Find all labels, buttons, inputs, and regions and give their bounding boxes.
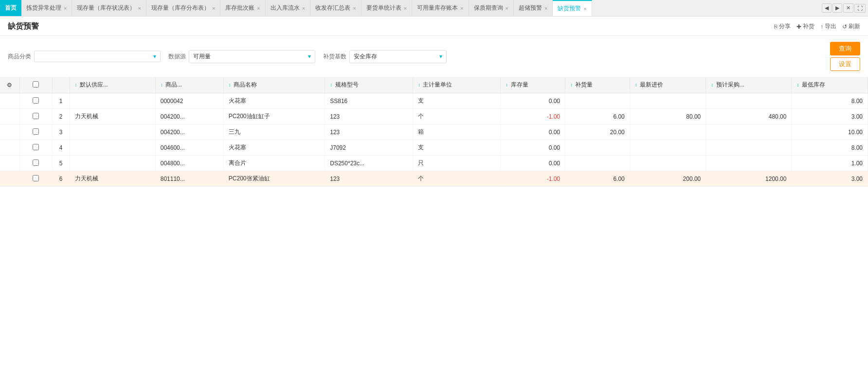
row-checkbox-cell[interactable] xyxy=(19,156,52,171)
row-num-cell: 5 xyxy=(52,156,70,171)
row-spec: SS816 xyxy=(325,93,413,109)
tab-next-button[interactable]: ▶ xyxy=(832,3,842,13)
share-button[interactable]: ⎘ 分享 xyxy=(774,22,791,31)
row-stock: 0.00 xyxy=(501,124,565,140)
refresh-button[interactable]: ↺ 刷新 xyxy=(842,22,860,31)
tab-close-inout-flow[interactable]: × xyxy=(302,5,305,11)
tab-shortage[interactable]: 缺货预警 × xyxy=(553,0,592,17)
unit-sort-icon: ↕ xyxy=(418,82,420,88)
tab-expiry[interactable]: 保质期查询 × xyxy=(469,0,514,17)
tab-close-stock-dist[interactable]: × xyxy=(212,5,215,11)
tab-close-stock-status[interactable]: × xyxy=(138,5,141,11)
col-stock[interactable]: ↕ 库存量 xyxy=(501,77,565,93)
row-gear-cell xyxy=(0,93,19,109)
page-header: 缺货预警 ⎘ 分享 ✚ 补货 ↑ 导出 ↺ 刷新 xyxy=(0,17,868,36)
row-estimated-purchase xyxy=(706,140,792,156)
category-select[interactable]: ▾ xyxy=(34,51,161,62)
tab-batch[interactable]: 库存批次账 × xyxy=(220,0,265,17)
select-all-checkbox[interactable] xyxy=(33,81,39,88)
tab-prev-button[interactable]: ◀ xyxy=(822,3,832,13)
row-unit: 支 xyxy=(413,140,501,156)
row-checkbox-cell[interactable] xyxy=(19,124,52,140)
row-checkbox[interactable] xyxy=(33,97,39,104)
category-label: 商品分类 xyxy=(8,53,31,61)
row-checkbox[interactable] xyxy=(33,144,39,150)
tab-close-batch[interactable]: × xyxy=(257,5,260,11)
row-gear-cell xyxy=(0,156,19,171)
tab-home[interactable]: 首页 xyxy=(0,0,21,17)
table-body: 1 0000042 火花塞 SS816 支 0.00 8.00 2 力天机械 0… xyxy=(0,93,868,187)
col-estimated-purchase[interactable]: ↕ 预计采购... xyxy=(706,77,792,93)
row-checkbox-cell[interactable] xyxy=(19,140,52,156)
row-product-code: 004800... xyxy=(155,156,223,171)
tab-close-abnormal[interactable]: × xyxy=(64,5,67,11)
col-spec[interactable]: ↕ 规格型号 xyxy=(325,77,413,93)
col-gear[interactable]: ⚙ xyxy=(0,77,19,93)
row-replenish-qty xyxy=(565,156,630,171)
tab-order-stats[interactable]: 要货单统计表 × xyxy=(362,0,412,17)
datasource-dropdown-icon: ▾ xyxy=(308,53,311,60)
row-replenish-qty: 20.00 xyxy=(565,124,630,140)
row-num-cell: 2 xyxy=(52,109,70,124)
row-stock: 0.00 xyxy=(501,156,565,171)
gear-icon[interactable]: ⚙ xyxy=(7,82,12,88)
col-product-name[interactable]: ↕ 商品名称 xyxy=(223,77,325,93)
row-product-name: PC200张紧油缸 xyxy=(223,171,325,187)
tab-stock-status[interactable]: 现存量（库存状况表） × xyxy=(72,0,146,17)
tab-close-overstock[interactable]: × xyxy=(544,5,547,11)
row-checkbox[interactable] xyxy=(33,113,39,119)
col-replenish-qty[interactable]: ↕ 补货量 xyxy=(565,77,630,93)
settings-button[interactable]: 设置 xyxy=(830,57,860,71)
row-checkbox-cell[interactable] xyxy=(19,171,52,187)
tab-close-order-stats[interactable]: × xyxy=(404,5,407,11)
row-latest-price: 80.00 xyxy=(630,109,705,124)
datasource-label: 数据源 xyxy=(168,53,186,61)
row-checkbox-cell[interactable] xyxy=(19,109,52,124)
col-supplier[interactable]: ↕ 默认供应... xyxy=(70,77,155,93)
tab-receive-summary[interactable]: 收发存汇总表 × xyxy=(310,0,361,17)
row-checkbox-cell[interactable] xyxy=(19,93,52,109)
tab-inout-flow[interactable]: 出入库流水 × xyxy=(266,0,310,17)
replenish-base-select[interactable]: 安全库存 ▾ xyxy=(349,50,447,63)
page-content: 缺货预警 ⎘ 分享 ✚ 补货 ↑ 导出 ↺ 刷新 商品分类 xyxy=(0,17,868,387)
tab-available-ledger[interactable]: 可用量库存账本 × xyxy=(412,0,469,17)
tab-close-expiry[interactable]: × xyxy=(506,5,508,11)
row-min-stock: 3.00 xyxy=(792,109,868,124)
header-actions: ⎘ 分享 ✚ 补货 ↑ 导出 ↺ 刷新 xyxy=(774,22,860,31)
row-latest-price: 200.00 xyxy=(630,171,705,187)
row-spec: DS250*23c... xyxy=(325,156,413,171)
col-unit[interactable]: ↕ 主计量单位 xyxy=(413,77,501,93)
table-row: 1 0000042 火花塞 SS816 支 0.00 8.00 xyxy=(0,93,868,109)
replenish-button[interactable]: ✚ 补货 xyxy=(796,22,814,31)
tab-abnormal[interactable]: 拣货异常处理 × xyxy=(21,0,72,17)
tab-overstock[interactable]: 超储预警 × xyxy=(514,0,553,17)
replenish-icon: ✚ xyxy=(796,23,801,30)
tab-close-available-ledger[interactable]: × xyxy=(460,5,463,11)
row-product-name: 离合片 xyxy=(223,156,325,171)
row-latest-price xyxy=(630,140,705,156)
row-checkbox[interactable] xyxy=(33,159,39,166)
row-num-cell: 1 xyxy=(52,93,70,109)
row-checkbox[interactable] xyxy=(33,175,39,181)
tab-close-shortage[interactable]: × xyxy=(583,6,586,12)
tab-close-receive-summary[interactable]: × xyxy=(353,5,356,11)
datasource-select[interactable]: 可用量 ▾ xyxy=(189,50,315,63)
tab-close-all-button[interactable]: ✕ xyxy=(843,3,853,13)
row-supplier xyxy=(70,93,155,109)
row-latest-price xyxy=(630,156,705,171)
tab-stock-dist[interactable]: 现存量（库存分布表） × xyxy=(146,0,220,17)
tab-fullscreen-button[interactable]: ⛶ xyxy=(854,4,866,13)
export-button[interactable]: ↑ 导出 xyxy=(820,22,836,31)
table-row: 5 004800... 离合片 DS250*23c... 只 0.00 1.00 xyxy=(0,156,868,171)
row-num-cell: 6 xyxy=(52,171,70,187)
row-checkbox[interactable] xyxy=(33,128,39,135)
col-product-code[interactable]: ↕ 商品... xyxy=(155,77,223,93)
replenish-base-dropdown-icon: ▾ xyxy=(439,53,442,60)
table-header-row: ⚙ ↕ 默认供应... ↕ 商品... ↕ xyxy=(0,77,868,93)
col-min-stock[interactable]: ↕ 最低库存 xyxy=(792,77,868,93)
table-container: ⚙ ↕ 默认供应... ↕ 商品... ↕ xyxy=(0,77,868,187)
row-unit: 个 xyxy=(413,109,501,124)
col-latest-price[interactable]: ↕ 最新进价 xyxy=(630,77,705,93)
row-gear-cell xyxy=(0,124,19,140)
query-button[interactable]: 查询 xyxy=(830,42,860,55)
